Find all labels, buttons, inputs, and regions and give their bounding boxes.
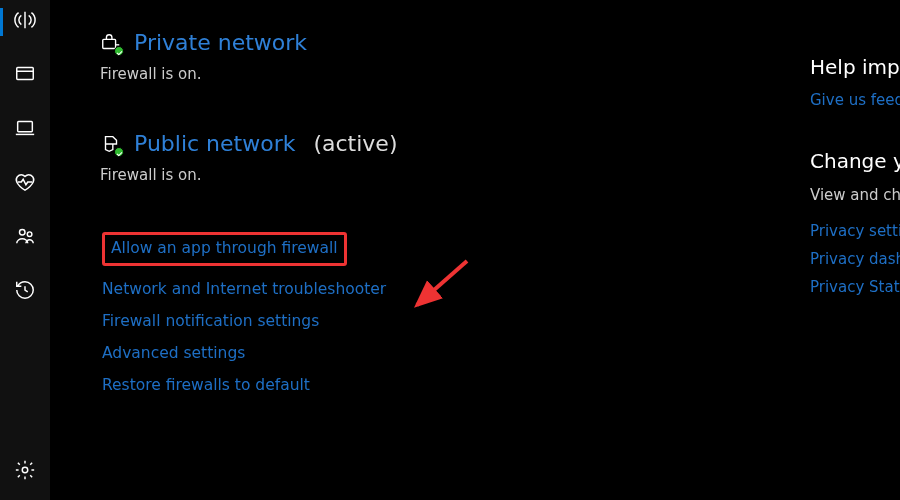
svg-point-2 [20,230,26,236]
svg-point-4 [22,467,28,473]
private-network-section: Private network Firewall is on. [100,30,810,83]
wifi-icon [14,9,36,35]
public-network-status: Firewall is on. [100,166,810,184]
network-troubleshooter-link[interactable]: Network and Internet troubleshooter [102,280,386,298]
private-network-link[interactable]: Private network [134,30,307,55]
svg-point-3 [27,232,32,237]
nav-laptop[interactable] [1,114,49,146]
nav-history[interactable] [1,276,49,308]
main-panel: Private network Firewall is on. Public n… [50,0,810,500]
public-network-active-label: (active) [313,131,397,156]
svg-rect-0 [17,68,34,80]
gear-icon [14,459,36,485]
public-network-section: Public network (active) Firewall is on. [100,131,810,184]
public-network-icon [100,133,122,155]
heart-pulse-icon [14,171,36,197]
laptop-icon [14,117,36,143]
nav-wifi[interactable] [1,6,49,38]
restore-firewalls-default-link[interactable]: Restore firewalls to default [102,376,310,394]
privacy-dashboard-link[interactable]: Privacy dashboard [810,250,900,268]
nav-family[interactable] [1,222,49,254]
firewall-links: Allow an app through firewall Network an… [102,232,810,394]
public-network-link[interactable]: Public network [134,131,295,156]
right-panel: Help improve Give us feedback Change you… [810,0,900,500]
svg-rect-5 [103,39,116,48]
private-network-icon [100,32,122,54]
nav-health[interactable] [1,168,49,200]
history-icon [14,279,36,305]
svg-rect-1 [18,122,33,132]
sidebar [0,0,50,500]
privacy-settings-link[interactable]: Privacy settings [810,222,900,240]
family-icon [14,225,36,251]
change-settings-text: View and change privacy settings for you… [810,185,900,206]
firewall-notification-settings-link[interactable]: Firewall notification settings [102,312,319,330]
change-settings-heading: Change your [810,149,900,173]
give-feedback-link[interactable]: Give us feedback [810,91,900,109]
help-improve-heading: Help improve [810,55,900,79]
nav-settings[interactable] [1,456,49,488]
display-icon [14,63,36,89]
advanced-settings-link[interactable]: Advanced settings [102,344,245,362]
private-network-status: Firewall is on. [100,65,810,83]
allow-app-through-firewall-link[interactable]: Allow an app through firewall [102,232,347,266]
privacy-statement-link[interactable]: Privacy Statement [810,278,900,296]
nav-display[interactable] [1,60,49,92]
